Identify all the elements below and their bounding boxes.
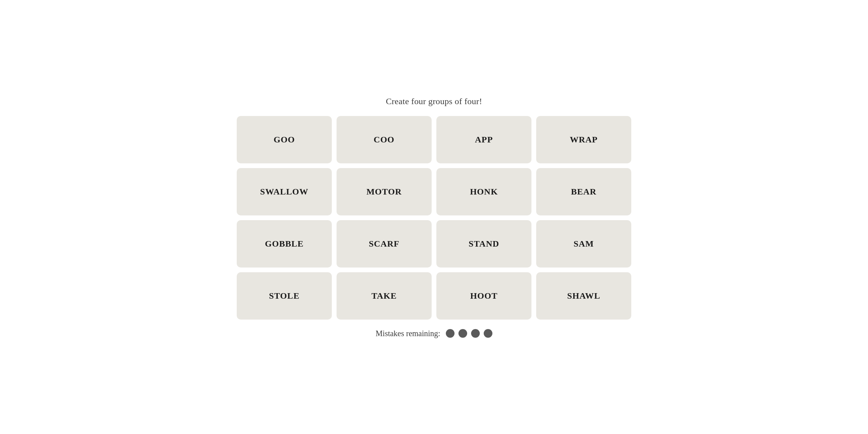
tile-label: GOBBLE <box>265 239 303 249</box>
word-grid: GOOCOOAPPWRAPSWALLOWMOTORHONKBEARGOBBLES… <box>237 116 631 320</box>
tile-stole[interactable]: STOLE <box>237 272 332 320</box>
mistakes-label: Mistakes remaining: <box>376 329 440 338</box>
tile-label: APP <box>475 135 493 145</box>
tile-wrap[interactable]: WRAP <box>536 116 631 163</box>
tile-hoot[interactable]: HOOT <box>436 272 531 320</box>
tile-label: SAM <box>574 239 594 249</box>
tile-label: GOO <box>274 135 295 145</box>
tile-label: STOLE <box>269 291 299 301</box>
tile-stand[interactable]: STAND <box>436 220 531 268</box>
game-container: Create four groups of four! GOOCOOAPPWRA… <box>237 96 631 338</box>
tile-label: STAND <box>469 239 499 249</box>
tile-coo[interactable]: COO <box>337 116 432 163</box>
tile-label: WRAP <box>570 135 598 145</box>
tile-label: COO <box>374 135 395 145</box>
tile-sam[interactable]: SAM <box>536 220 631 268</box>
tile-app[interactable]: APP <box>436 116 531 163</box>
tile-label: SWALLOW <box>260 187 308 197</box>
tile-label: TAKE <box>371 291 397 301</box>
tile-goo[interactable]: GOO <box>237 116 332 163</box>
mistake-dot-1 <box>458 329 467 338</box>
mistakes-section: Mistakes remaining: <box>376 329 492 338</box>
tile-gobble[interactable]: GOBBLE <box>237 220 332 268</box>
tile-shawl[interactable]: SHAWL <box>536 272 631 320</box>
tile-label: MOTOR <box>367 187 402 197</box>
tile-bear[interactable]: BEAR <box>536 168 631 215</box>
tile-take[interactable]: TAKE <box>337 272 432 320</box>
tile-label: SHAWL <box>567 291 600 301</box>
mistake-dot-3 <box>484 329 492 338</box>
tile-swallow[interactable]: SWALLOW <box>237 168 332 215</box>
tile-motor[interactable]: MOTOR <box>337 168 432 215</box>
tile-label: HONK <box>470 187 498 197</box>
mistake-dot-2 <box>471 329 480 338</box>
subtitle: Create four groups of four! <box>386 96 482 107</box>
mistake-dot-0 <box>446 329 455 338</box>
tile-label: HOOT <box>470 291 498 301</box>
tile-label: BEAR <box>571 187 597 197</box>
tile-honk[interactable]: HONK <box>436 168 531 215</box>
tile-scarf[interactable]: SCARF <box>337 220 432 268</box>
mistakes-dots <box>446 329 492 338</box>
tile-label: SCARF <box>369 239 400 249</box>
